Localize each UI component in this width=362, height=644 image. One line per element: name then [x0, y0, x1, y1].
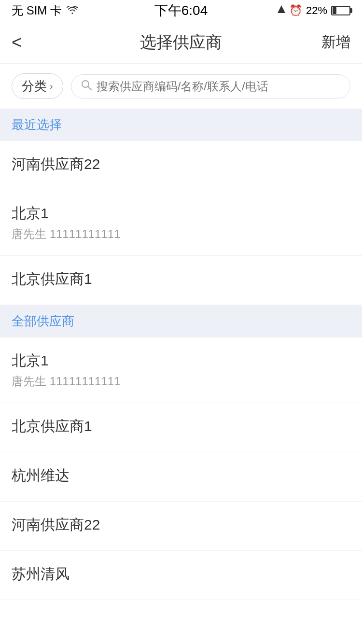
item-name: 苏州清风	[12, 564, 350, 584]
item-name: 北京供应商1	[12, 417, 350, 436]
filter-bar: 分类 ›	[0, 64, 362, 109]
status-right: ⏰ 22%	[278, 4, 350, 17]
list-item[interactable]: 河南供应商22	[0, 502, 362, 551]
back-button[interactable]: <	[12, 32, 41, 53]
recent-list: 河南供应商22 北京1 唐先生 11111111111 北京供应商1	[0, 141, 362, 305]
item-name: 北京1	[12, 351, 350, 371]
all-list: 北京1 唐先生 11111111111 北京供应商1 杭州维达 河南供应商22 …	[0, 337, 362, 600]
page-title: 选择供应商	[140, 31, 222, 54]
list-item[interactable]: 北京供应商1	[0, 256, 362, 305]
battery-icon	[331, 6, 350, 15]
battery-percent: 22%	[306, 4, 327, 17]
list-item[interactable]: 北京1 唐先生 11111111111	[0, 190, 362, 256]
item-name: 河南供应商22	[12, 515, 350, 535]
item-name: 河南供应商22	[12, 154, 350, 174]
location-icon	[278, 4, 285, 17]
list-item[interactable]: 河南供应商22	[0, 141, 362, 190]
search-box[interactable]	[71, 74, 350, 98]
item-detail: 唐先生 11111111111	[12, 374, 350, 389]
category-button[interactable]: 分类 ›	[12, 73, 63, 99]
search-icon	[81, 80, 92, 93]
recent-section-header: 最近选择	[0, 109, 362, 141]
status-bar: 无 SIM 卡 下午6:04 ⏰ 22%	[0, 0, 362, 21]
add-button[interactable]: 新增	[321, 32, 350, 52]
item-detail: 唐先生 11111111111	[12, 226, 350, 242]
item-name: 北京1	[12, 204, 350, 224]
category-label: 分类	[22, 78, 47, 95]
status-time: 下午6:04	[154, 1, 208, 20]
item-name: 杭州维达	[12, 466, 350, 486]
list-item[interactable]: 杭州维达	[0, 452, 362, 502]
no-sim-text: 无 SIM 卡	[12, 3, 62, 18]
chevron-right-icon: ›	[50, 81, 53, 92]
svg-line-1	[88, 86, 91, 90]
wifi-icon	[67, 4, 78, 17]
nav-bar: < 选择供应商 新增	[0, 21, 362, 64]
all-section-header: 全部供应商	[0, 305, 362, 337]
alarm-icon: ⏰	[289, 4, 302, 17]
item-name: 北京供应商1	[12, 269, 350, 289]
search-input[interactable]	[97, 80, 340, 93]
list-item[interactable]: 苏州清风	[0, 551, 362, 600]
list-item[interactable]: 北京供应商1	[0, 403, 362, 452]
list-item[interactable]: 北京1 唐先生 11111111111	[0, 337, 362, 403]
status-left: 无 SIM 卡	[12, 3, 78, 18]
